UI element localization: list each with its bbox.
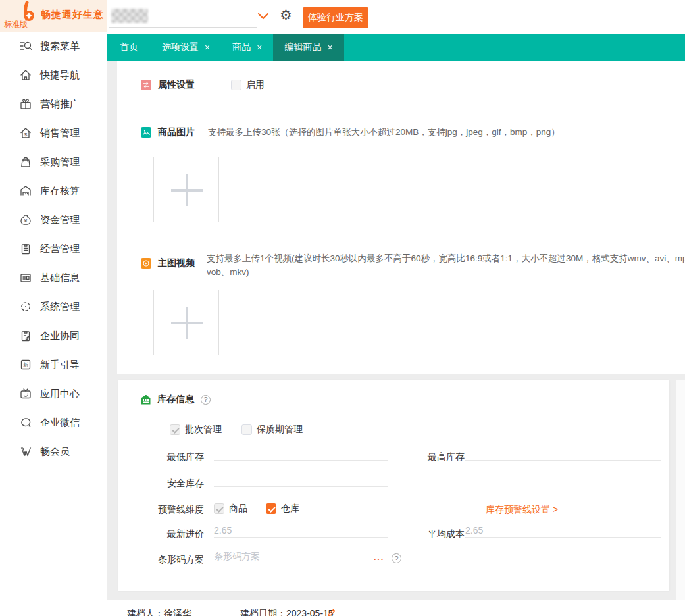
sidebar-item-funds[interactable]: ¥ 资金管理: [0, 205, 107, 234]
experience-plan-button[interactable]: 体验行业方案: [303, 7, 368, 28]
edit-date-icon[interactable]: [327, 608, 336, 616]
sidebar-item-label: 应用中心: [40, 388, 80, 400]
house-dollar-icon: $: [18, 126, 33, 140]
attributes-title: 属性设置: [158, 79, 195, 91]
attributes-icon: [141, 80, 151, 90]
sidebar-item-inventory[interactable]: 库存核算: [0, 176, 107, 205]
inventory-info-panel: 库存信息 ? 批次管理 保质期管理 最低库存 最高库存 安全库存 预警线维度 商…: [118, 380, 669, 591]
attributes-row: 属性设置 启用: [141, 79, 265, 91]
inventory-help-icon[interactable]: ?: [201, 395, 211, 405]
search-icon: [18, 39, 33, 53]
app-window: 畅捷通好生意 标准版 搜索菜单 快捷导航 营销推广 $ 销售管理 采购管理: [0, 0, 685, 616]
shelf-life-checkbox[interactable]: [241, 424, 252, 435]
tab-option-settings[interactable]: 选项设置 ×: [151, 34, 221, 61]
image-icon: [141, 127, 151, 138]
enable-label: 启用: [246, 79, 265, 91]
money-bag-icon: ¥: [18, 213, 33, 227]
home-icon: [18, 68, 33, 82]
goods-images-hint: 支持最多上传30张（选择的图片单张大小不超过20MB，支持jpg，jpeg，gi…: [208, 126, 560, 138]
image-upload-box[interactable]: [153, 157, 219, 222]
sidebar-item-quick-nav[interactable]: 快捷导航: [0, 61, 107, 90]
barcode-more-button[interactable]: ···: [374, 554, 384, 564]
avg-cost-label: 平均成本: [428, 528, 465, 540]
latest-price-input: [214, 523, 388, 538]
sidebar-item-collaboration[interactable]: 企业协同: [0, 321, 107, 350]
barcode-input[interactable]: [214, 549, 388, 563]
logo-block: 畅捷通好生意 标准版: [0, 0, 107, 32]
sidebar-item-base-info[interactable]: 基础信息: [0, 263, 107, 292]
sidebar-item-label: 销售管理: [40, 127, 80, 140]
sidebar-item-member[interactable]: 畅会员: [0, 437, 107, 466]
video-upload-box[interactable]: [153, 290, 219, 355]
max-stock-input[interactable]: [465, 446, 661, 461]
shopping-bag-icon: [18, 155, 33, 169]
clipboard-icon: [18, 242, 33, 256]
sidebar: 畅捷通好生意 标准版 搜索菜单 快捷导航 营销推广 $ 销售管理 采购管理: [0, 0, 107, 616]
tab-label: 首页: [120, 41, 138, 53]
record-footer: 建档人：徐泽华 建档日期：2023-05-15: [107, 600, 685, 616]
gift-icon: [18, 97, 33, 111]
dim-warehouse-label: 仓库: [281, 503, 299, 515]
svg-text:$: $: [24, 132, 28, 138]
sidebar-item-app-center[interactable]: 应用中心: [0, 379, 107, 408]
warehouse-icon: [18, 184, 33, 198]
dim-goods-label: 商品: [229, 503, 247, 515]
min-stock-input[interactable]: [214, 446, 388, 461]
batch-manage-checkbox: [170, 424, 180, 435]
creator-text: 建档人：徐泽华: [127, 608, 191, 616]
video-icon: [141, 258, 151, 269]
barcode-help-icon[interactable]: ?: [392, 553, 401, 563]
stock-warning-settings-link[interactable]: 库存预警线设置 >: [486, 504, 558, 516]
sidebar-item-marketing[interactable]: 营销推广: [0, 90, 107, 118]
inventory-header: 库存信息 ?: [140, 394, 211, 405]
sidebar-item-sales[interactable]: $ 销售管理: [0, 118, 107, 147]
sidebar-item-newbie-guide[interactable]: 新 新手引导: [0, 350, 107, 379]
avg-cost-input: [465, 523, 661, 538]
member-v-icon: [18, 444, 33, 459]
sidebar-item-label: 基础信息: [40, 272, 80, 284]
sidebar-item-label: 搜索菜单: [40, 40, 80, 53]
sidebar-item-label: 企业微信: [40, 417, 80, 429]
account-selector-underline: [109, 27, 257, 28]
tab-edit-goods[interactable]: 编辑商品 ×: [273, 34, 343, 61]
edition-badge: 标准版: [4, 19, 28, 30]
dim-warehouse-checkbox[interactable]: [266, 503, 276, 514]
sidebar-item-search-menu[interactable]: 搜索菜单: [0, 32, 107, 61]
max-stock-label: 最高库存: [428, 451, 465, 463]
sidebar-item-system[interactable]: 系统管理: [0, 292, 107, 321]
sidebar-item-wechat-work[interactable]: 企业微信: [0, 408, 107, 437]
tv-smile-icon: [18, 386, 33, 401]
top-bar: ⚙ 体验行业方案: [107, 0, 685, 34]
plus-icon: [186, 174, 188, 206]
barcode-label: 条形码方案: [125, 554, 204, 566]
sidebar-item-label: 新手引导: [40, 359, 80, 371]
dashed-circle-icon: [18, 299, 33, 314]
sidebar-item-purchase[interactable]: 采购管理: [0, 147, 107, 176]
enable-checkbox[interactable]: [231, 80, 241, 90]
sidebar-menu: 搜索菜单 快捷导航 营销推广 $ 销售管理 采购管理 库存核算: [0, 32, 107, 466]
gear-icon[interactable]: ⚙: [280, 7, 292, 23]
scrollbar-track[interactable]: [676, 380, 685, 600]
sidebar-item-operations[interactable]: 经营管理: [0, 234, 107, 263]
id-card-icon: [18, 270, 33, 285]
safety-stock-label: 安全库存: [125, 478, 204, 490]
tab-goods[interactable]: 商品 ×: [221, 34, 273, 61]
main-video-hint: 支持最多上传1个视频(建议时长30秒以内最多不高于60秒，宽高比16:9或者1:…: [207, 253, 685, 278]
tab-home[interactable]: 首页: [107, 34, 151, 61]
close-icon[interactable]: ×: [205, 42, 210, 53]
warning-dim-label: 预警线维度: [125, 504, 204, 516]
main-video-hint-line1: 支持最多上传1个视频(建议时长30秒以内最多不高于60秒，宽高比16:9或者1:…: [207, 253, 685, 265]
batch-manage-label: 批次管理: [185, 424, 222, 436]
main-video-row: 主图视频 支持最多上传1个视频(建议时长30秒以内最多不高于60秒，宽高比16:…: [141, 253, 685, 278]
brand-name: 畅捷通好生意: [41, 9, 104, 21]
plus-icon: [186, 307, 188, 339]
safety-stock-input[interactable]: [214, 473, 388, 487]
sidebar-item-label: 快捷导航: [40, 69, 80, 82]
sidebar-item-label: 资金管理: [40, 214, 80, 226]
close-icon[interactable]: ×: [327, 42, 332, 53]
close-icon[interactable]: ×: [257, 42, 262, 53]
chat-bubble-icon: [18, 415, 33, 430]
min-stock-label: 最低库存: [125, 451, 204, 463]
main-video-hint-line2: vob、mkv): [207, 267, 685, 278]
chevron-down-icon[interactable]: [257, 12, 269, 22]
